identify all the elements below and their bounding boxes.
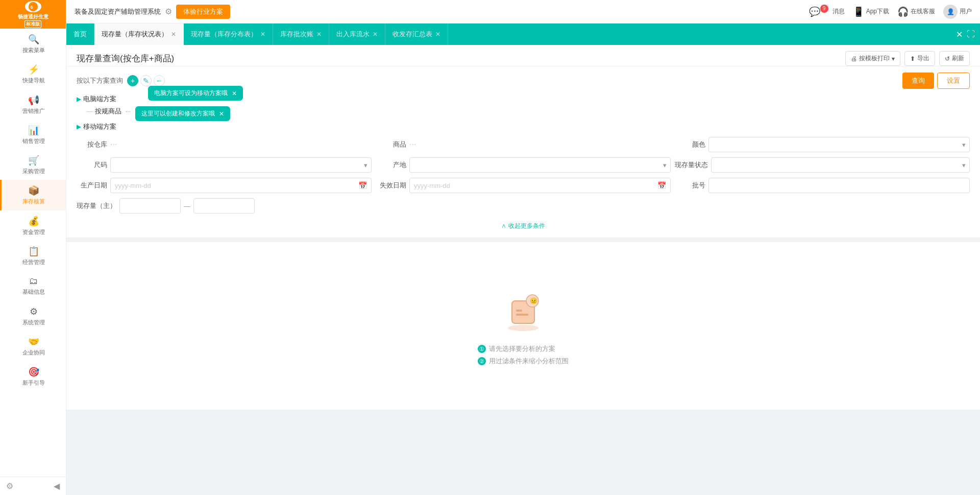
batch-input[interactable] (708, 178, 970, 193)
inventory-main-input-from[interactable] (119, 198, 181, 214)
filter-warehouse-label: 按仓库 (77, 140, 107, 149)
avatar: 👤 (943, 5, 958, 19)
add-scheme-btn[interactable]: + (127, 75, 138, 86)
sidebar-item-search[interactable]: 🔍 搜索菜单 (0, 29, 66, 59)
reset-btn[interactable]: 设置 (937, 73, 970, 89)
svg-rect-5 (516, 310, 522, 312)
svg-point-2 (508, 325, 538, 331)
export-btn[interactable]: ⬆ 导出 (904, 51, 935, 66)
sidebar-label-newbie: 新手引导 (22, 379, 45, 386)
production-date-input[interactable]: yyyy-mm-dd 📅 (110, 178, 372, 193)
inventory-main-input-to[interactable] (193, 198, 255, 214)
export-btn-label: 导出 (917, 54, 929, 63)
filter-goods-label: 商品 (376, 140, 406, 149)
search-btn[interactable]: 查询 (902, 73, 934, 89)
sidebar-logo: 6 畅捷通好生意 标准版 (0, 0, 66, 29)
sidebar-item-operations[interactable]: 📋 经营管理 (0, 241, 66, 271)
scheme-tooltip-2-close[interactable]: ✕ (219, 110, 224, 117)
tab-collection-summary-close[interactable]: ✕ (435, 31, 440, 38)
tab-collection-summary[interactable]: 收发存汇总表 ✕ (385, 23, 448, 45)
user-item[interactable]: 👤 用户 (943, 5, 972, 19)
sidebar-item-system[interactable]: ⚙ 系统管理 (0, 301, 66, 331)
filter-field-inventory-main: 现存量（主） — (77, 198, 970, 214)
logo-icon: 6 (25, 1, 41, 12)
mobile-scheme-item[interactable]: ▶ 移动端方案 (77, 121, 970, 133)
tab-close-all-icon[interactable]: ✕ (956, 30, 963, 39)
scheme-dots-icon[interactable]: ··· (126, 108, 131, 115)
collapse-conditions-row[interactable]: ∧ 收起更多条件 (77, 219, 970, 233)
inventory-status-select-wrapper (711, 157, 970, 173)
sidebar-nav: 🔍 搜索菜单 ⚡ 快捷导航 📢 营销推广 📊 销售管理 🛒 采购管理 📦 库存核… (0, 29, 66, 477)
scheme-item-actions: ··· (126, 108, 131, 115)
filter-row-1: 按仓库 ··· 商品 ··· 颜色 (77, 137, 970, 152)
sidebar-label-inventory: 库存核算 (22, 198, 45, 205)
filter-area: 电脑方案可设为移动方案哦 ✕ 这里可以创建和修改方案哦 ✕ 按以下方案查询 + … (66, 66, 980, 238)
tab-maximize-icon[interactable]: ⛶ (967, 30, 975, 39)
svg-rect-6 (516, 314, 528, 316)
top-header: 装备及固定资产辅助管理系统 ⚙ 体验行业方案 💬 9 消息 📱 App下载 🎧 … (66, 0, 980, 23)
message-icon: 💬 (809, 6, 820, 17)
page-title: 现存量查询(按仓库+商品) (77, 53, 174, 64)
inventory-main-separator: — (184, 202, 190, 210)
tab-home[interactable]: 首页 (66, 23, 94, 45)
purchase-icon: 🛒 (28, 155, 39, 166)
size-select[interactable] (110, 157, 372, 173)
warehouse-dots[interactable]: ··· (110, 140, 117, 149)
sidebar-item-sales[interactable]: 📊 销售管理 (0, 120, 66, 150)
sidebar-item-inventory[interactable]: 📦 库存核算 (0, 180, 66, 210)
tab-inventory-flow-close[interactable]: ✕ (373, 31, 378, 38)
sidebar-item-marketing[interactable]: 📢 营销推广 (0, 89, 66, 120)
tab-inventory-status-close[interactable]: ✕ (171, 31, 176, 38)
messages-label: 消息 (832, 7, 845, 16)
tab-inventory-flow[interactable]: 出入库流水 ✕ (329, 23, 385, 45)
sidebar-label-guide: 快捷导航 (22, 77, 45, 84)
tab-inventory-batch-close[interactable]: ✕ (316, 31, 322, 38)
sidebar-item-purchase[interactable]: 🛒 采购管理 (0, 150, 66, 180)
tab-inventory-distribution[interactable]: 现存量（库存分布表） ✕ (184, 23, 273, 45)
sidebar-item-enterprise[interactable]: 🤝 企业协同 (0, 331, 66, 361)
sidebar-item-guide[interactable]: ⚡ 快捷导航 (0, 59, 66, 89)
back-btn[interactable]: ← (154, 75, 165, 86)
scheme-tooltip-1-close[interactable]: ✕ (232, 90, 237, 97)
newbie-icon: 🎯 (28, 366, 39, 378)
messages-item[interactable]: 💬 9 消息 (809, 6, 845, 17)
scheme-tooltip-1: 电脑方案可设为移动方案哦 ✕ (148, 86, 243, 101)
filter-rows: 按仓库 ··· 商品 ··· 颜色 (77, 137, 970, 214)
industry-btn[interactable]: 体验行业方案 (176, 5, 230, 19)
sub-scheme-label: 按规商品 (95, 107, 121, 116)
color-select[interactable] (708, 137, 970, 152)
inventory-status-select[interactable] (711, 157, 970, 173)
origin-select[interactable] (409, 157, 671, 173)
sidebar-item-finance[interactable]: 💰 资金管理 (0, 210, 66, 241)
print-btn[interactable]: 🖨 按模板打印 ▾ (845, 51, 900, 66)
search-icon: 🔍 (28, 34, 39, 45)
filter-field-origin: 产地 (376, 157, 671, 173)
header-settings-icon[interactable]: ⚙ (165, 7, 172, 16)
expiry-date-input[interactable]: yyyy-mm-dd 📅 (409, 178, 671, 193)
sidebar-label-purchase: 采购管理 (22, 168, 45, 175)
sub-scheme-arrow: — (87, 108, 93, 115)
tab-inventory-status[interactable]: 现存量（库存状况表） ✕ (94, 23, 184, 45)
divider (66, 238, 980, 242)
tab-inventory-distribution-close[interactable]: ✕ (260, 31, 265, 38)
filter-field-goods: 商品 ··· (376, 140, 671, 149)
collapse-sidebar-icon[interactable]: ◀ (54, 481, 60, 491)
tab-inventory-batch[interactable]: 库存批次账 ✕ (273, 23, 329, 45)
empty-tip-2-text: 用过滤条件来缩小分析范围 (489, 357, 569, 366)
app-download-label: App下载 (866, 7, 889, 16)
refresh-btn[interactable]: ↺ 刷新 (939, 51, 970, 66)
sidebar-item-base-info[interactable]: 🗂 基础信息 (0, 271, 66, 300)
tab-home-label: 首页 (74, 30, 87, 39)
sidebar-label-base-info: 基础信息 (22, 288, 45, 295)
print-icon: 🖨 (851, 55, 857, 62)
scheme-tooltip-1-text: 电脑方案可设为移动方案哦 (154, 89, 228, 98)
sidebar-item-newbie[interactable]: 🎯 新手引导 (0, 361, 66, 391)
goods-dots[interactable]: ··· (409, 140, 416, 149)
messages-badge: 9 (820, 5, 828, 13)
filter-color-label: 颜色 (675, 140, 705, 149)
settings-icon[interactable]: ⚙ (6, 481, 13, 491)
app-download-item[interactable]: 📱 App下载 (853, 6, 889, 17)
edit-scheme-btn[interactable]: ✎ (140, 75, 152, 86)
online-service-item[interactable]: 🎧 在线客服 (897, 6, 935, 17)
empty-tip-1: 请先选择要分析的方案 (478, 344, 569, 353)
